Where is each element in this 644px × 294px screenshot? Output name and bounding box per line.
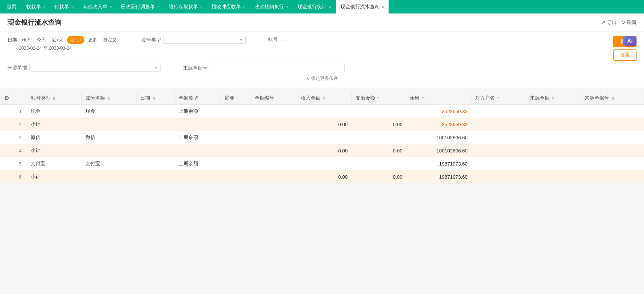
close-icon-1[interactable]: × [71, 4, 74, 9]
nav-tab-7[interactable]: 现金银行统计 × [293, 0, 336, 13]
table-row[interactable]: 5 支付宝 支付宝 上期余额 19871073.60 [0, 157, 644, 170]
cell-income-5: 0.00 [297, 170, 351, 184]
cell-account-name-4: 支付宝 [82, 157, 137, 170]
table-row[interactable]: 2 小计 0.00 0.00 -3528659.33 [0, 118, 644, 131]
table-row[interactable]: 1 现金 现金 上期余额 -3528659.33 [0, 105, 644, 118]
table-row[interactable]: 4 小计 0.00 0.00 100102606.60 [0, 144, 644, 157]
cell-source-doc-3 [526, 144, 581, 157]
col-doc-no-header: 单据编号 [251, 92, 297, 105]
col-income-header[interactable]: 收入金额 ⇅ [297, 92, 351, 105]
export-button[interactable]: ↗ 导出 [601, 19, 617, 26]
cell-index-2: 3 [14, 131, 27, 144]
nav-tab-5[interactable]: 预收冲应收单 × [207, 0, 250, 13]
cell-income-3: 0.00 [297, 144, 351, 157]
date-btn-more[interactable]: 更多 [86, 36, 99, 44]
cell-income-1: 0.00 [297, 118, 351, 131]
cell-empty-4 [0, 157, 14, 170]
date-btn-7days[interactable]: 近7天 [50, 36, 66, 44]
settings-button[interactable]: 设置 [613, 49, 636, 61]
cell-balance-3: 100102606.60 [406, 144, 471, 157]
ai-badge[interactable]: Ai [623, 36, 636, 46]
col-expense-header[interactable]: 支出金额 ⇅ [351, 92, 406, 105]
date-btn-yesterday[interactable]: 昨天 [20, 36, 33, 44]
nav-tab-8[interactable]: 现金银行流水查询 × [336, 0, 389, 13]
collapse-up-icon: ∧ [306, 76, 309, 81]
account-label: 账号 [268, 36, 278, 43]
cell-doc-type-1 [175, 118, 221, 131]
sort-account-type-icon: ⇅ [53, 96, 56, 100]
cell-doc-type-0: 上期余额 [175, 105, 221, 118]
col-source-doc-label: 来源单据 [530, 95, 549, 101]
col-balance-header[interactable]: 余额 ⇅ [406, 92, 471, 105]
nav-tab-2[interactable]: 其他收入单 × [78, 0, 116, 13]
refresh-button[interactable]: ↻ 刷新 [621, 19, 636, 26]
source-doc-no-input[interactable] [210, 64, 345, 72]
col-doc-no-label: 单据编号 [255, 95, 274, 101]
col-source-doc-header[interactable]: 来源单据 ⇅ [526, 92, 581, 105]
col-account-name-header[interactable]: 账号名称 ⇅ [82, 92, 137, 105]
nav-tab-0[interactable]: 收款单 × [22, 0, 50, 13]
cell-source-doc-5 [526, 170, 581, 184]
col-index-header [14, 92, 27, 105]
settings-col-header[interactable]: ⚙ [0, 92, 14, 105]
cell-empty-1 [0, 118, 14, 131]
cell-source-doc-no-4 [581, 157, 644, 170]
table-row[interactable]: 3 微信 微信 上期余额 100102606.60 [0, 131, 644, 144]
nav-tab-6[interactable]: 收款核销执行 × [250, 0, 293, 13]
date-filter-group: 日期 昨天 今天 近7天 近1月 更多 自定义 2023-02-24 至 202… [8, 36, 119, 52]
date-btn-1month[interactable]: 近1月 [67, 36, 85, 44]
cell-account-name-2: 微信 [82, 131, 137, 144]
cell-doc-no-0 [251, 105, 297, 118]
close-icon-4[interactable]: × [200, 4, 203, 9]
col-source-doc-no-header[interactable]: 来源单据号 ⇅ [581, 92, 644, 105]
cell-counterpart-3 [471, 144, 526, 157]
sort-expense-icon: ⇅ [377, 96, 380, 100]
nav-tab-3[interactable]: 应收应付调整单 × [116, 0, 164, 13]
gear-icon: ⚙ [4, 95, 9, 101]
table-row[interactable]: 6 小计 0.00 0.00 19871073.60 [0, 170, 644, 184]
cell-date-4 [137, 157, 175, 170]
cell-counterpart-2 [471, 131, 526, 144]
close-icon-2[interactable]: × [110, 4, 112, 9]
nav-tab-4[interactable]: 银行存取款单 × [164, 0, 207, 13]
col-income-label: 收入金额 [301, 95, 320, 101]
cell-summary-5 [221, 170, 251, 184]
source-doc-filter-group: 来源单据 ▾ [8, 64, 161, 72]
nav-tab-1[interactable]: 付款单 × [50, 0, 78, 13]
account-dots-button[interactable]: ... [280, 36, 288, 42]
source-doc-select[interactable]: ▾ [29, 64, 161, 72]
account-type-select[interactable]: ▾ [163, 36, 246, 44]
collapse-bar[interactable]: ∧ 收起更多条件 [8, 74, 636, 83]
cell-counterpart-5 [471, 170, 526, 184]
cell-account-type-5: 小计 [27, 170, 82, 184]
cell-counterpart-1 [471, 118, 526, 131]
col-account-type-header[interactable]: 账号类型 ⇅ [27, 92, 82, 105]
date-btn-today[interactable]: 今天 [35, 36, 48, 44]
col-date-label: 日期 [140, 95, 150, 101]
cell-counterpart-0 [471, 105, 526, 118]
close-icon-0[interactable]: × [43, 4, 45, 9]
filter-row-2: 来源单据 ▾ 来源单据号 [8, 64, 636, 72]
col-date-header[interactable]: 日期 ⇅ [137, 92, 175, 105]
sort-balance-icon: ⇅ [422, 96, 425, 100]
top-nav: 首页 收款单 × 付款单 × 其他收入单 × 应收应付调整单 × 银行存取款单 … [0, 0, 644, 13]
close-icon-8[interactable]: × [382, 4, 384, 9]
date-btn-custom[interactable]: 自定义 [101, 36, 119, 44]
cell-index-3: 4 [14, 144, 27, 157]
close-icon-3[interactable]: × [157, 4, 159, 9]
col-counterpart-header[interactable]: 对方户名 ⇅ [471, 92, 526, 105]
date-buttons: 昨天 今天 近7天 近1月 更多 自定义 [20, 36, 119, 44]
cell-source-doc-4 [526, 157, 581, 170]
cell-doc-type-4: 上期余额 [175, 157, 221, 170]
close-icon-6[interactable]: × [286, 4, 288, 9]
nav-home[interactable]: 首页 [2, 0, 22, 13]
cell-index-5: 6 [14, 170, 27, 184]
table-container: ⚙ 账号类型 ⇅ 账号名称 ⇅ 日期 ⇅ 单据类型 [0, 92, 644, 184]
cell-account-name-0: 现金 [82, 105, 137, 118]
col-summary-label: 摘要 [225, 95, 234, 101]
cell-account-type-0: 现金 [27, 105, 82, 118]
close-icon-7[interactable]: × [329, 4, 331, 9]
cell-source-doc-0 [526, 105, 581, 118]
cell-doc-no-2 [251, 131, 297, 144]
close-icon-5[interactable]: × [243, 4, 245, 9]
